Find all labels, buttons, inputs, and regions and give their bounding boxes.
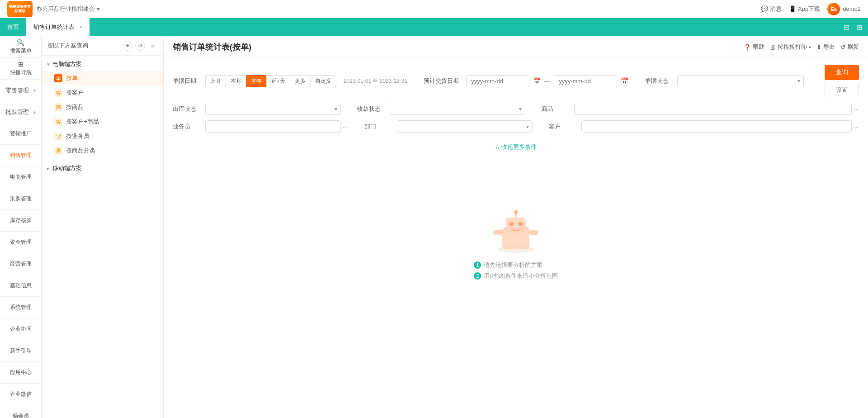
page-content: 销售订单统计表(按单) ❓ 帮助 🖨 按模板打印 ▾ ⬇ (164, 36, 868, 418)
date-btn-custom[interactable]: 自定义 (310, 75, 336, 87)
expected-date-start-input[interactable] (466, 75, 529, 87)
messages-btn[interactable]: 💬 消息 (761, 5, 782, 13)
customer-label: 客户 (549, 123, 574, 131)
svg-rect-2 (506, 218, 526, 234)
scheme-icon-customer: 客 (54, 89, 62, 97)
empty-tips: 1 请先选择要分析的方案 2 用[过滤]条件来缩小分析范围 (474, 261, 557, 283)
sidebar-item-system[interactable]: 系统管理 (0, 297, 41, 318)
scheme-item-by-product[interactable]: 商 按商品 (42, 100, 163, 114)
collapse-conditions-btn[interactable]: ∧ 收起更多条件 (173, 138, 859, 156)
sidebar-item-operations[interactable]: 经营管理 (0, 253, 41, 275)
goods-input[interactable] (574, 103, 852, 115)
customer-dots-btn[interactable]: ··· (854, 123, 859, 130)
filter-row-2: 出库状态 收款状态 商品 (173, 103, 859, 115)
dept-label: 部门 (364, 123, 390, 131)
sidebar-newbie-label: 新手引导 (10, 347, 32, 355)
query-button[interactable]: 查询 (825, 65, 859, 80)
scheme-group-mobile-header[interactable]: ▸ 移动端方案 (42, 162, 163, 175)
right-content: 销售订单统计表(按单) ❓ 帮助 🖨 按模板打印 ▾ ⬇ (164, 36, 868, 418)
tab-minimize-btn[interactable]: ⊟ (841, 22, 852, 33)
sidebar-item-basic[interactable]: 基础信息 (0, 275, 41, 297)
tab-maximize-btn[interactable]: ⊞ (854, 22, 864, 33)
goods-dots-btn[interactable]: ··· (854, 105, 859, 113)
tip-num-2: 2 (474, 272, 481, 280)
user-profile-btn[interactable]: Ea demo2 (827, 3, 861, 15)
add-scheme-btn[interactable]: + (123, 41, 132, 51)
settings-button[interactable]: 设置 (825, 83, 859, 97)
sidebar-item-ecommerce[interactable]: 电商管理 (0, 166, 41, 188)
date-btn-7days[interactable]: 近7天 (266, 75, 290, 87)
date-btn-this-month[interactable]: 本月 (226, 75, 246, 87)
refresh-icon: ↺ (840, 44, 845, 51)
scheme-item-by-cust-prod-label: 按客户+商品 (66, 118, 99, 126)
sidebar-marketing-label: 营销推广 (10, 130, 32, 138)
status-label: 单据状态 (645, 77, 670, 85)
date-btn-this-year[interactable]: 本年 (246, 75, 266, 87)
scheme-item-by-customer[interactable]: 客 按客户 (42, 86, 163, 100)
left-panel-icons: + ↺ « (123, 41, 158, 51)
scheme-group-pc-header[interactable]: ▾ 电脑端方案 (42, 57, 163, 71)
sidebar-item-apps[interactable]: 应用中心 (0, 362, 41, 384)
help-btn[interactable]: ❓ 帮助 (744, 43, 764, 51)
chevron-right-icon: ▸ (47, 166, 50, 171)
scheme-item-by-cust-prod[interactable]: 客 按客户+商品 (42, 114, 163, 129)
sidebar-operations-label: 经营管理 (10, 260, 32, 268)
expected-date-end-input[interactable] (554, 75, 617, 87)
scheme-item-by-product-label: 按商品 (66, 103, 84, 111)
scheme-item-by-category[interactable]: 类 按商品分类 (42, 143, 163, 158)
workspace-selector[interactable]: 办公用品行业模拟账套 ▾ (36, 5, 100, 13)
app-download-btn[interactable]: 📱 App下载 (789, 5, 820, 13)
sidebar-enterprise-label: 企业协同 (10, 325, 32, 333)
help-icon: ❓ (744, 44, 751, 51)
refresh-btn[interactable]: ↺ 刷新 (840, 43, 859, 51)
print-btn[interactable]: 🖨 按模板打印 ▾ (770, 43, 811, 51)
expected-date-control: 📅 — 📅 (466, 75, 628, 87)
double-arrow-left-icon: « (151, 42, 155, 49)
pay-status-select[interactable] (390, 103, 525, 115)
salesman-input[interactable] (205, 120, 341, 133)
collapse-panel-btn[interactable]: « (148, 41, 158, 51)
main-layout: 🔍 搜索菜单 ⊞ 快捷导航 零售管理 ▾ 批发管理 ▴ 营销推广 销售管理 电商… (0, 36, 868, 418)
tab-close-btn[interactable]: × (79, 24, 82, 30)
tab-sales-order-stats[interactable]: 销售订单统计表 × (26, 18, 90, 36)
tab-home[interactable]: 首页 (0, 18, 26, 36)
pay-status-label: 收款状态 (357, 105, 382, 113)
scheme-item-by-category-label: 按商品分类 (66, 147, 95, 155)
export-btn[interactable]: ⬇ 导出 (816, 43, 835, 51)
tip-num-1: 1 (474, 261, 481, 269)
scheme-item-by-order[interactable]: 单 按单 (42, 71, 163, 86)
sidebar-item-members[interactable]: 畅会员 (0, 405, 41, 418)
sidebar-item-retail[interactable]: 零售管理 ▾ (0, 80, 41, 101)
sidebar-item-inventory[interactable]: 库存核算 (0, 210, 41, 232)
page-title: 销售订单统计表(按单) (173, 42, 251, 52)
salesman-dots-btn[interactable]: ··· (343, 123, 348, 130)
sidebar-item-search[interactable]: 🔍 搜索菜单 (0, 36, 41, 58)
calendar-icon-start[interactable]: 📅 (533, 77, 541, 85)
dept-select[interactable] (397, 120, 533, 133)
sidebar-basic-label: 基础信息 (10, 282, 32, 290)
logo-text-line1: 畅捷通好生意 (9, 5, 31, 9)
sidebar-item-finance[interactable]: 资金管理 (0, 232, 41, 253)
sidebar-item-wholesale[interactable]: 批发管理 ▴ (0, 101, 41, 123)
sidebar-item-newbie[interactable]: 新手引导 (0, 340, 41, 362)
content-area: 按以下方案查询 + ↺ « ▾ 电脑端方案 (42, 36, 868, 418)
status-select[interactable] (677, 75, 804, 87)
sidebar-item-marketing[interactable]: 营销推广 (0, 123, 41, 145)
sidebar-search-label: 搜索菜单 (10, 47, 32, 55)
top-header: 畅捷通好生意 标准版 办公用品行业模拟账套 ▾ 💬 消息 📱 App下载 Ea … (0, 0, 868, 18)
scheme-item-by-salesman[interactable]: 业 按业务员 (42, 129, 163, 143)
refresh-scheme-btn[interactable]: ↺ (135, 41, 145, 51)
customer-input[interactable] (581, 120, 852, 133)
sidebar-item-enterprise[interactable]: 企业协同 (0, 318, 41, 340)
workspace-name: 办公用品行业模拟账套 (36, 5, 95, 13)
sidebar-item-purchase[interactable]: 采购管理 (0, 188, 41, 210)
date-btn-last-month[interactable]: 上月 (205, 75, 226, 87)
sidebar-item-sales[interactable]: 销售管理 (0, 145, 41, 166)
date-btn-more[interactable]: 更多 (290, 75, 310, 87)
calendar-icon-end[interactable]: 📅 (621, 77, 628, 85)
sidebar-item-wechat[interactable]: 企业微信 (0, 384, 41, 405)
salesman-control: ··· (205, 120, 348, 133)
out-status-select[interactable] (205, 103, 341, 115)
sidebar-item-quick-nav[interactable]: ⊞ 快捷导航 (0, 58, 41, 80)
scheme-icon-order: 单 (54, 74, 62, 82)
